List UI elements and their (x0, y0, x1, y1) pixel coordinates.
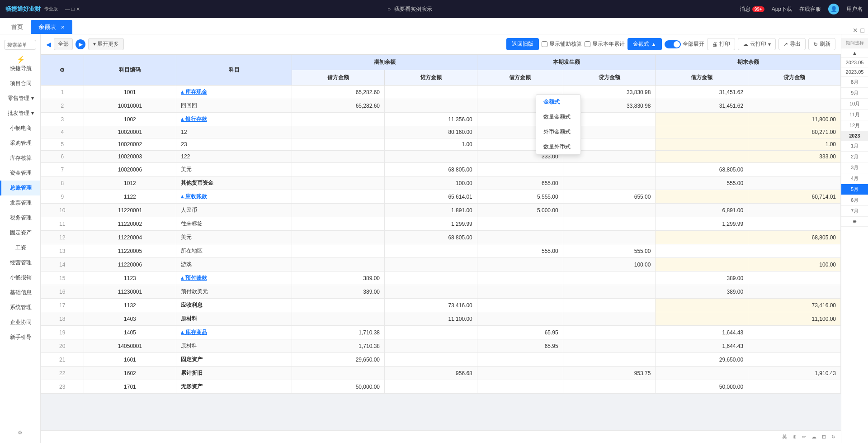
sidebar-item-sales-report[interactable]: 小畅报销 (0, 270, 40, 285)
table-row[interactable]: 6 10020003 122 333.00 333.00 (41, 151, 841, 163)
sidebar-item-invoice[interactable]: 发票管理 (0, 195, 40, 210)
sidebar-item-basic[interactable]: 基础信息 (0, 285, 40, 300)
table-row[interactable]: 21 1601 固定资产 29,650.00 29,650.00 (41, 353, 841, 367)
row-subject[interactable]: ▴ 应收账款 (176, 190, 292, 204)
full-expand-toggle[interactable]: 全部展开 (665, 40, 704, 48)
period-item-6m[interactable]: 6月 (841, 195, 868, 206)
period-item-year-2023[interactable]: 2023 (841, 131, 868, 141)
sidebar-item-wholesale[interactable]: 批发管理 ▾ (0, 106, 40, 121)
period-item-2m[interactable]: 2月 (841, 152, 868, 162)
period-item-12[interactable]: 12月 (841, 120, 868, 131)
toggle-track[interactable] (665, 40, 681, 48)
sidebar-item-quick-nav[interactable]: ⚡ 快捷导航 (0, 52, 40, 76)
mode-dropdown-btn[interactable]: 金额式 ▲ (627, 38, 662, 50)
show-auxiliary-label[interactable]: 显示辅助核算 (542, 40, 582, 48)
table-row[interactable]: 5 10020002 23 1.00 1.00 (41, 138, 841, 151)
expand-more-btn[interactable]: ▾ 展开更多 (88, 38, 124, 50)
sidebar-item-assets[interactable]: 固定资产 (0, 225, 40, 240)
tab-maximize-btn[interactable]: □ (861, 27, 864, 34)
tab-home[interactable]: 首页 (4, 20, 31, 34)
status-edit-icon[interactable]: ✏ (802, 434, 806, 440)
period-item-5m[interactable]: 5月 (841, 184, 868, 195)
print-btn[interactable]: 🖨 打印 (707, 38, 735, 50)
export-btn[interactable]: ↗ 导出 (778, 38, 806, 50)
table-row[interactable]: 11 11220002 往来标签 1,299.99 1,299.99 (41, 217, 841, 231)
sidebar-item-capital[interactable]: 资金管理 (0, 166, 40, 181)
sidebar-search-input[interactable] (4, 40, 36, 50)
demo-link[interactable]: 我要看实例演示 (394, 5, 432, 13)
table-row[interactable]: 8 1012 其他货币资金 100.00 655.00 555.00 (41, 176, 841, 190)
table-row[interactable]: 13 11220005 所在地区 555.00 555.00 (41, 244, 841, 258)
status-plus-icon[interactable]: ⊕ (793, 434, 797, 440)
table-row[interactable]: 18 1403 原材料 11,100.00 11,100.00 (41, 312, 841, 326)
mode-option-qty-foreign[interactable]: 数量外币式 (536, 139, 580, 154)
sidebar-item-inventory[interactable]: 库存核算 (0, 151, 40, 166)
status-grid-icon[interactable]: ⊞ (822, 434, 826, 440)
table-row[interactable]: 19 1405 ▴ 库存商品 1,710.38 65.95 1,644.43 (41, 326, 841, 339)
table-row[interactable]: 20 14050001 原材料 1,710.38 65.95 1,644.43 (41, 339, 841, 353)
user-avatar[interactable]: 👤 (828, 4, 839, 14)
table-row[interactable]: 17 1132 应收利息 73,416.00 73,416.00 (41, 299, 841, 312)
show-auxiliary-checkbox[interactable] (542, 41, 547, 47)
nav-left-btn[interactable]: ◀ (46, 41, 51, 48)
period-item-3m[interactable]: 3月 (841, 162, 868, 173)
table-row[interactable]: 14 11220006 游戏 100.00 100.00 (41, 258, 841, 272)
cloud-print-btn[interactable]: ☁ 云打印 ▾ (738, 38, 776, 50)
all-filter-btn[interactable]: 全部 (54, 38, 73, 50)
sidebar-item-cooperation[interactable]: 企业协同 (0, 315, 40, 330)
sidebar-item-ecommerce[interactable]: 小畅电商 (0, 121, 40, 136)
status-refresh-icon[interactable]: ↻ (831, 434, 835, 440)
period-item-4m[interactable]: 4月 (841, 173, 868, 184)
table-row[interactable]: 12 11220004 美元 68,805.00 68,805.00 (41, 231, 841, 244)
status-lang[interactable]: 英 (782, 433, 787, 440)
tab-balance-close[interactable]: ✕ (61, 24, 65, 30)
sidebar-item-retail[interactable]: 零售管理 ▾ (0, 91, 40, 106)
table-row[interactable]: 22 1602 累计折旧 956.68 953.75 1,910.43 (41, 367, 841, 380)
status-cloud-icon[interactable]: ☁ (811, 434, 816, 440)
period-item-7m[interactable]: 7月 (841, 206, 868, 217)
return-old-btn[interactable]: 返回旧版 (506, 38, 539, 50)
refresh-btn[interactable]: ↻ 刷新 (808, 38, 835, 50)
sidebar-item-operations[interactable]: 经营管理 (0, 255, 40, 270)
sidebar-item-guide[interactable]: 新手引导 (0, 330, 40, 345)
tab-close-btn[interactable]: ✕ (853, 27, 858, 34)
online-service-btn[interactable]: 在线客服 (799, 5, 821, 13)
period-expand-btn[interactable]: ⊕ (841, 217, 868, 227)
period-collapse-btn[interactable]: ▲ (841, 48, 868, 58)
mode-option-amount[interactable]: 金额式 (536, 95, 580, 110)
table-row[interactable]: 4 10020001 12 80,160.00 111.00 80,271.00 (41, 126, 841, 138)
mode-option-foreign[interactable]: 外币金额式 (536, 124, 580, 139)
row-subject[interactable]: ▴ 库存商品 (176, 326, 292, 339)
sidebar-item-purchase[interactable]: 采购管理 (0, 136, 40, 151)
table-row[interactable]: 9 1122 ▴ 应收账款 65,614.01 5,555.00 655.00 … (41, 190, 841, 204)
period-item-1[interactable]: 2023.05 (841, 58, 868, 67)
sidebar-gear-btn[interactable]: ⚙ (14, 426, 26, 439)
period-item-9[interactable]: 9月 (841, 88, 868, 99)
table-row[interactable]: 16 11230001 预付款美元 389.00 389.00 (41, 285, 841, 299)
period-item-2[interactable]: 2023.05 (841, 67, 868, 77)
table-row[interactable]: 10 11220001 人民币 1,891.00 5,000.00 6,891.… (41, 204, 841, 217)
app-download-btn[interactable]: App下载 (772, 5, 792, 13)
row-subject[interactable]: ▴ 银行存款 (176, 113, 292, 126)
sidebar-item-system[interactable]: 系统管理 (0, 300, 40, 315)
sidebar-item-tax[interactable]: 税务管理 (0, 210, 40, 225)
period-item-8[interactable]: 8月 (841, 77, 868, 88)
show-annual-label[interactable]: 显示本年累计 (585, 40, 625, 48)
messages-btn[interactable]: 消息 99+ (740, 5, 764, 13)
th-settings[interactable]: ⚙ (41, 55, 84, 86)
row-subject[interactable]: ▴ 预付账款 (176, 272, 292, 285)
period-item-11[interactable]: 11月 (841, 110, 868, 120)
period-item-1m[interactable]: 1月 (841, 141, 868, 152)
period-item-10[interactable]: 10月 (841, 99, 868, 110)
table-row[interactable]: 2 10010001 回回回 65,282.60 33,830.98 31,45… (41, 99, 841, 113)
row-subject[interactable]: ▴ 库存现金 (176, 86, 292, 99)
table-row[interactable]: 23 1701 无形资产 50,000.00 50,000.00 (41, 380, 841, 394)
sidebar-item-ledger[interactable]: 总账管理 (0, 181, 40, 195)
table-row[interactable]: 1 1001 ▴ 库存现金 65,282.60 33,830.98 31,451… (41, 86, 841, 99)
show-annual-checkbox[interactable] (585, 41, 590, 47)
tab-balance[interactable]: 余额表 ✕ (31, 20, 72, 34)
nav-right-btn[interactable]: ▶ (75, 39, 85, 49)
sidebar-item-project[interactable]: 项目合同 (0, 76, 40, 91)
table-row[interactable]: 7 10020006 美元 68,805.00 68,805.00 (41, 163, 841, 176)
mode-option-qty-amount[interactable]: 数量金额式 (536, 110, 580, 124)
